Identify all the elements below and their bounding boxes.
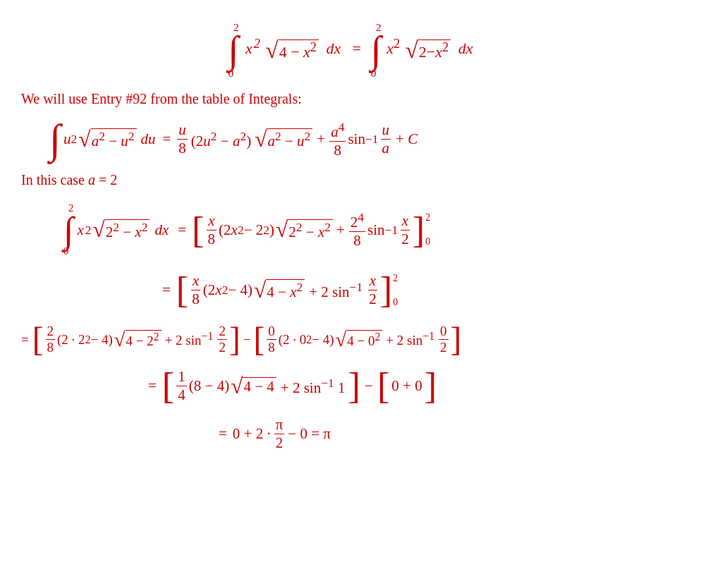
top-equation: 2 ∫ 0 x2 √4 − x2 dx = 2 ∫ 0 x2 √2− (21, 21, 680, 80)
second-reduction: = [ 1 4 (8 − 4) √ 4 − 4 + 2 sin−1 1 ] − … (21, 367, 680, 405)
full-expansion: = [ 2 8 (2 · 22 − 4) √ 4 − 22 + 2 sin−1 … (21, 323, 680, 357)
expansion-block-1: 2 ∫ 0 x2 √ 22 − x2 dx = [ x 8 (2x2 − 22)… (21, 202, 680, 309)
top-equation-content: 2 ∫ 0 x2 √4 − x2 dx = 2 ∫ 0 x2 √2− (228, 21, 473, 80)
formula-line: ∫ u2 √ a2 − u2 du = u 8 (2u2 − a2) √ a2 … (49, 120, 680, 159)
page-container: 2 ∫ 0 x2 √4 − x2 dx = 2 ∫ 0 x2 √2− (21, 21, 680, 452)
case-text: In this case a = 2 (21, 172, 680, 188)
final-result: = 0 + 2 · π 2 − 0 = π (21, 416, 680, 452)
entry-text: We will use Entry #92 from the table of … (21, 91, 680, 107)
